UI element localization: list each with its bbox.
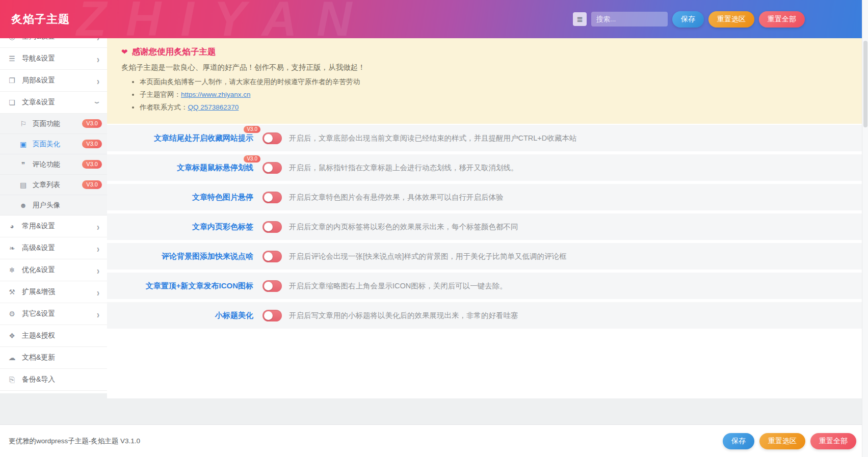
sidebar-item-advanced-settings[interactable]: ❧ 高级&设置 › [0, 237, 107, 259]
reset-all-button[interactable]: 重置全部 [759, 11, 805, 28]
sidebar-item-article-settings[interactable]: ❏ 文章&设置 › [0, 92, 107, 114]
leaf-icon: ❧ [8, 244, 16, 252]
article-list-icon: ▤ [19, 181, 28, 189]
setting-label: 文章置顶+新文章发布ICON图标 [146, 281, 253, 290]
main-content: ❤ 感谢您使用炙焰子主题 炙焰子主题是一款良心、厚道的好产品！创作不易，支持正版… [107, 38, 862, 398]
notice-intro: 炙焰子主题是一款良心、厚道的好产品！创作不易，支持正版，从我做起！ [121, 63, 854, 72]
github-icon: ❖ [8, 332, 16, 340]
reset-selection-button[interactable]: 重置选区 [708, 11, 754, 28]
toggle-switch[interactable] [262, 192, 282, 203]
setting-description: 开启后，文章底部会出现当前文章阅读已经结束的样式，并且提醒用户CTRL+D收藏本… [289, 133, 576, 143]
setting-label: 文章特色图片悬停 [192, 193, 253, 201]
theme-website-link[interactable]: https://www.zhiyanx.cn [181, 91, 251, 98]
footer-buttons: 保存 重置选区 重置全部 [723, 433, 856, 449]
footer: 更优雅的wordpress子主题-炙焰主题 V3.1.0 保存 重置选区 重置全… [0, 424, 868, 457]
cloud-icon: ☁ [8, 354, 16, 362]
sidebar-item-partial-settings[interactable]: ❐ 局部&设置 › [0, 70, 107, 92]
chevron-down-icon: › [92, 101, 103, 104]
setting-row-pinned-icon: 文章置顶+新文章发布ICON图标 开启后文章缩略图右上角会显示ICON图标，关闭… [107, 273, 862, 299]
menu-icon: ≣ [576, 15, 583, 24]
notice-item: 本页面由炙焰博客一人制作，请大家在使用的时候遵守原作者的辛苦劳动 [140, 77, 854, 87]
submenu-item-user-avatar[interactable]: ☻ 用户头像 [0, 195, 107, 216]
sidebar-item-backup-import[interactable]: ⎘ 备份&导入 [0, 369, 107, 391]
sidebar-item-common-settings[interactable]: ◕ 常用&设置 › [0, 216, 107, 237]
layout-card-icon: ▣ [19, 140, 28, 148]
bookmark-icon: ⚐ [19, 120, 28, 128]
sidebar-item-docs-update[interactable]: ☁ 文档&更新 [0, 347, 107, 369]
app-title: 炙焰子主题 [11, 12, 70, 27]
scrollbar-thumb[interactable] [863, 41, 867, 127]
nav-list-icon: ☰ [8, 55, 16, 63]
chevron-right-icon: › [97, 38, 99, 42]
version-badge: V3.0 [82, 160, 102, 169]
notice-list: 本页面由炙焰博客一人制作，请大家在使用的时候遵守原作者的辛苦劳动 子主题官网：h… [140, 77, 854, 112]
chevron-right-icon: › [97, 75, 99, 86]
toggle-knob [264, 193, 273, 202]
sidebar-item-extension-enhance[interactable]: ⚒ 扩展&增强 › [0, 281, 107, 303]
setting-row-favorite-hint: 文章结尾处开启收藏网站提示V3.0 开启后，文章底部会出现当前文章阅读已经结束的… [107, 125, 862, 151]
submenu-item-page-beautify[interactable]: ▣ 页面美化 V3.0 [0, 134, 107, 154]
toggle-knob [264, 164, 273, 172]
submenu-item-page-functions[interactable]: ⚐ 页面功能 V3.0 [0, 114, 107, 134]
setting-row-title-hover-underline: 文章标题鼠标悬停划线V3.0 开启后，鼠标指针指在文章标题上会进行动态划线，移开… [107, 154, 862, 181]
plugin-icon: ⚒ [8, 288, 16, 296]
sidebar-item-optimize-settings[interactable]: ❄ 优化&设置 › [0, 259, 107, 281]
sidebar-item-other-settings[interactable]: ⚙ 其它&设置 › [0, 303, 107, 325]
toggle-knob [264, 134, 273, 143]
chevron-right-icon: › [97, 264, 99, 276]
setting-row-comment-background: 评论背景图添加快来说点啥 开启后评论会出现一张[快来说点啥]样式的背景图，用于美… [107, 243, 862, 270]
setting-label: 小标题美化 [215, 311, 253, 319]
author-qq-link[interactable]: QQ 2573862370 [188, 103, 239, 111]
backup-copy-icon: ⎘ [8, 375, 16, 384]
toggle-switch[interactable] [262, 310, 282, 321]
notice-title-row: ❤ 感谢您使用炙焰子主题 [121, 46, 854, 58]
toggle-knob [264, 252, 273, 261]
reset-selection-button[interactable]: 重置选区 [759, 433, 805, 449]
toggle-switch[interactable] [262, 280, 282, 292]
toggle-switch[interactable] [262, 221, 282, 233]
sidebar-submenu: ⚐ 页面功能 V3.0 ▣ 页面美化 V3.0 ❞ 评论功能 V3.0 ▤ 文章… [0, 114, 107, 216]
version-badge: V3.0 [244, 155, 260, 163]
comment-icon: ❞ [19, 160, 28, 169]
pie-chart-icon: ◕ [8, 222, 16, 230]
chevron-right-icon: › [97, 286, 99, 298]
sidebar-item-theme-license[interactable]: ❖ 主题&授权 [0, 325, 107, 347]
menu-toggle-button[interactable]: ≣ [573, 12, 587, 26]
version-badge: V3.0 [82, 140, 102, 148]
thanks-notice-box: ❤ 感谢您使用炙焰子主题 炙焰子主题是一款良心、厚道的好产品！创作不易，支持正版… [107, 38, 862, 124]
header: ZHIYAN 炙焰子主题 ≣ 保存 重置选区 重置全部 [0, 0, 862, 38]
setting-description: 开启后，鼠标指针指在文章标题上会进行动态划线，移开又取消划线。 [289, 163, 518, 173]
version-badge: V3.0 [244, 126, 260, 133]
setting-label: 评论背景图添加快来说点啥 [162, 252, 253, 260]
toggle-switch[interactable] [262, 251, 282, 262]
book-icon: ❏ [8, 98, 16, 106]
search-input[interactable] [591, 12, 668, 26]
chevron-right-icon: › [97, 53, 99, 64]
sidebar-item-global-settings[interactable]: ◎ 全局&设置 › [0, 38, 107, 48]
setting-description: 开启后文章特色图片会有悬停效果，具体效果可以自行开启后体验 [289, 193, 504, 202]
submenu-item-article-list[interactable]: ▤ 文章列表 V3.0 [0, 175, 107, 195]
save-button[interactable]: 保存 [723, 433, 754, 449]
footer-version-text: 更优雅的wordpress子主题-炙焰主题 V3.1.0 [9, 437, 140, 446]
reset-all-button[interactable]: 重置全部 [810, 433, 856, 449]
chevron-right-icon: › [97, 243, 99, 254]
header-controls: ≣ 保存 重置选区 重置全部 [573, 11, 805, 28]
toggle-switch[interactable] [262, 162, 282, 174]
version-badge: V3.0 [82, 119, 102, 128]
toggle-knob [264, 282, 273, 290]
globe-icon: ◎ [8, 38, 16, 41]
sidebar: ◎ 全局&设置 › ☰ 导航&设置 › ❐ 局部&设置 › ❏ 文章&设置 › … [0, 38, 107, 393]
version-badge: V3.0 [82, 180, 102, 189]
chevron-right-icon: › [97, 308, 99, 319]
header-watermark: ZHIYAN [76, 0, 371, 38]
notice-item: 作者联系方式：QQ 2573862370 [140, 103, 854, 112]
notice-title: 感谢您使用炙焰子主题 [132, 46, 216, 58]
vertical-scrollbar[interactable] [862, 0, 868, 457]
toggle-switch[interactable] [262, 132, 282, 144]
submenu-item-comment-functions[interactable]: ❞ 评论功能 V3.0 [0, 154, 107, 175]
sections-icon: ❐ [8, 76, 16, 85]
save-button[interactable]: 保存 [672, 11, 704, 28]
toggle-knob [264, 223, 273, 231]
sidebar-item-nav-settings[interactable]: ☰ 导航&设置 › [0, 48, 107, 70]
setting-row-colorful-tags: 文章内页彩色标签 开启后文章的内页标签将以彩色的效果展示出来，每个标签颜色都不同 [107, 213, 862, 240]
